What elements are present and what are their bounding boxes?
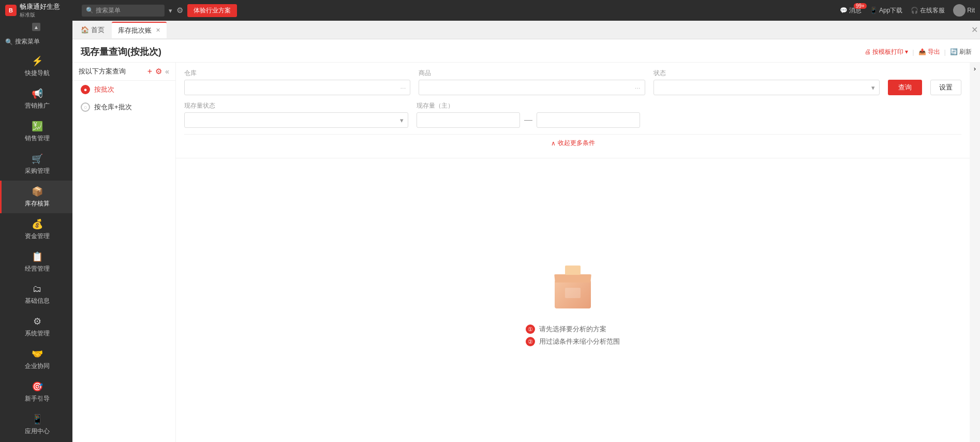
search-icon: 🔍 xyxy=(5,38,13,46)
sidebar-item-sales[interactable]: 💹 销售管理 xyxy=(0,115,72,148)
enterprise-icon: 🤝 xyxy=(32,348,43,360)
tab-inventory-label: 库存批次账 xyxy=(118,26,152,35)
divider2: | xyxy=(944,48,946,56)
sidebar-item-marketing[interactable]: 📢 营销推广 xyxy=(0,83,72,115)
filter-row-1: 仓库 ··· 商品 ··· xyxy=(184,69,961,95)
app-download-item[interactable]: 📱 App下载 xyxy=(870,6,902,15)
filter-item-batch[interactable]: ● 按批次 xyxy=(72,81,175,98)
sidebar-item-purchase[interactable]: 🛒 采购管理 xyxy=(0,148,72,181)
scheme-settings-icon[interactable]: ⚙ xyxy=(155,67,162,76)
collapse-more-btn[interactable]: ∧ 收起更多条件 xyxy=(184,134,961,152)
step-1-text: 请先选择要分析的方案 xyxy=(539,325,606,334)
setup-button[interactable]: 设置 xyxy=(930,80,961,95)
status-arrow: ▾ xyxy=(871,84,875,92)
tab-home[interactable]: 🏠 首页 xyxy=(75,22,111,38)
marketing-icon: 📢 xyxy=(32,88,43,99)
filter-header-actions: + ⚙ « xyxy=(147,67,169,76)
collapse-panel-btn[interactable]: « xyxy=(165,67,169,76)
trial-button[interactable]: 体验行业方案 xyxy=(187,4,237,17)
sidebar-item-shortcut[interactable]: ⚡ 快捷导航 xyxy=(0,50,72,83)
tab-inventory-batch[interactable]: 库存批次账 ✕ xyxy=(112,22,167,38)
home-icon: 🏠 xyxy=(81,26,89,34)
search-label: 搜索菜单 xyxy=(15,37,40,46)
online-service-item[interactable]: 🎧 在线客服 xyxy=(911,6,945,15)
right-side-panel[interactable]: › xyxy=(970,63,980,442)
sidebar-item-basic[interactable]: 🗂 基础信息 xyxy=(0,278,72,311)
warehouse-batch-icon: ○ xyxy=(81,102,90,112)
messages-item[interactable]: 💬 消息 99+ xyxy=(840,6,862,15)
export-label: 导出 xyxy=(928,48,940,56)
export-icon: 📤 xyxy=(918,48,926,55)
phone-icon: 📱 xyxy=(870,7,878,14)
tab-bar: 🏠 首页 库存批次账 ✕ ✕ xyxy=(72,21,980,39)
inventory-status-select[interactable]: ▾ xyxy=(184,112,408,128)
scroll-up-btn[interactable]: ▲ xyxy=(32,23,40,31)
inventory-main-from[interactable] xyxy=(417,112,520,128)
refresh-label: 刷新 xyxy=(959,48,972,56)
appstore-label: 应用中心 xyxy=(25,427,50,436)
inventory-main-label: 现存量（主） xyxy=(417,101,520,110)
refresh-button[interactable]: 🔄 刷新 xyxy=(950,48,972,56)
sidebar-item-appstore[interactable]: 📱 应用中心 xyxy=(0,408,72,441)
finance-label: 资金管理 xyxy=(25,232,50,241)
tab-bar-close-btn[interactable]: ✕ xyxy=(971,25,978,35)
body-split: 按以下方案查询 + ⚙ « ● 按批次 ○ 按仓库+批次 xyxy=(72,63,980,442)
product-input[interactable]: ··· xyxy=(419,80,645,95)
search-bar[interactable]: 🔍 搜索菜单 xyxy=(82,5,165,17)
print-button[interactable]: 🖨 按模板打印 ▾ xyxy=(865,48,908,56)
add-scheme-btn[interactable]: + xyxy=(147,67,152,76)
sidebar-item-newbie[interactable]: 🎯 新手引导 xyxy=(0,376,72,408)
inventory-main-to[interactable] xyxy=(537,112,640,128)
refresh-icon: 🔄 xyxy=(950,48,958,55)
sidebar-item-system[interactable]: ⚙ 系统管理 xyxy=(0,311,72,343)
sidebar: ▲ 🔍 搜索菜单 ⚡ 快捷导航 📢 营销推广 💹 销售管理 🛒 采购管理 📦 库… xyxy=(0,21,72,442)
inventory-main-group: 现存量（主） — xyxy=(417,101,641,128)
page-actions: 🖨 按模板打印 ▾ | 📤 导出 | 🔄 刷新 xyxy=(865,48,972,56)
system-icon: ⚙ xyxy=(33,316,41,327)
tab-close-icon[interactable]: ✕ xyxy=(156,27,160,34)
warehouse-input[interactable]: ··· xyxy=(184,80,410,95)
status-label: 状态 xyxy=(654,69,880,78)
system-label: 系统管理 xyxy=(25,329,50,338)
batch-label: 按批次 xyxy=(94,85,114,94)
product-dots: ··· xyxy=(635,84,641,92)
sidebar-item-finance[interactable]: 💰 资金管理 xyxy=(0,213,72,246)
topbar-center: 🔍 搜索菜单 ▾ ⚙ 体验行业方案 xyxy=(82,4,836,17)
online-service-label: 在线客服 xyxy=(920,6,945,15)
main-layout: ▲ 🔍 搜索菜单 ⚡ 快捷导航 📢 营销推广 💹 销售管理 🛒 采购管理 📦 库… xyxy=(0,21,980,442)
user-avatar[interactable]: Rit xyxy=(953,4,975,17)
edition-label: 标准版 xyxy=(20,11,60,19)
basic-label: 基础信息 xyxy=(25,297,50,305)
dropdown-icon[interactable]: ▾ xyxy=(169,7,172,14)
step-2-text: 用过滤条件来缩小分析范围 xyxy=(539,337,620,346)
message-badge: 99+ xyxy=(854,3,867,9)
filter-title: 按以下方案查询 xyxy=(79,67,126,76)
brand-name: 畅康通好生意 xyxy=(20,2,60,11)
print-dropdown-icon[interactable]: ▾ xyxy=(905,48,908,55)
sidebar-item-enterprise[interactable]: 🤝 企业协同 xyxy=(0,343,72,376)
topbar-right: 💬 消息 99+ 📱 App下载 🎧 在线客服 Rit xyxy=(840,4,975,17)
avatar xyxy=(953,4,966,17)
status-filter-group: 状态 ▾ xyxy=(654,69,880,95)
page-header: 现存量查询(按批次) 🖨 按模板打印 ▾ | 📤 导出 | 🔄 xyxy=(72,39,980,63)
sidebar-search[interactable]: 🔍 搜索菜单 xyxy=(0,33,72,50)
product-filter-group: 商品 ··· xyxy=(419,69,645,95)
export-button[interactable]: 📤 导出 xyxy=(918,48,940,56)
purchase-label: 采购管理 xyxy=(25,167,50,175)
sales-icon: 💹 xyxy=(32,121,43,132)
status-select[interactable]: ▾ xyxy=(654,80,880,95)
inventory-label: 库存核算 xyxy=(25,199,50,208)
sidebar-scroll-up[interactable]: ▲ xyxy=(0,21,72,33)
newbie-icon: 🎯 xyxy=(32,381,43,392)
gear-icon[interactable]: ⚙ xyxy=(176,6,183,15)
topbar: B 畅康通好生意 标准版 🔍 搜索菜单 ▾ ⚙ 体验行业方案 💬 消息 99+ … xyxy=(0,0,980,21)
warehouse-label: 仓库 xyxy=(184,69,410,78)
print-label: 按模板打印 xyxy=(872,48,903,56)
newbie-label: 新手引导 xyxy=(25,394,50,403)
empty-step-2: ② 用过滤条件来缩小分析范围 xyxy=(526,337,620,346)
sidebar-item-inventory[interactable]: 📦 库存核算 xyxy=(0,181,72,213)
query-button[interactable]: 查询 xyxy=(888,80,922,95)
empty-illustration xyxy=(542,254,604,316)
sidebar-item-operation[interactable]: 📋 经营管理 xyxy=(0,246,72,278)
filter-item-warehouse-batch[interactable]: ○ 按仓库+批次 xyxy=(72,98,175,116)
